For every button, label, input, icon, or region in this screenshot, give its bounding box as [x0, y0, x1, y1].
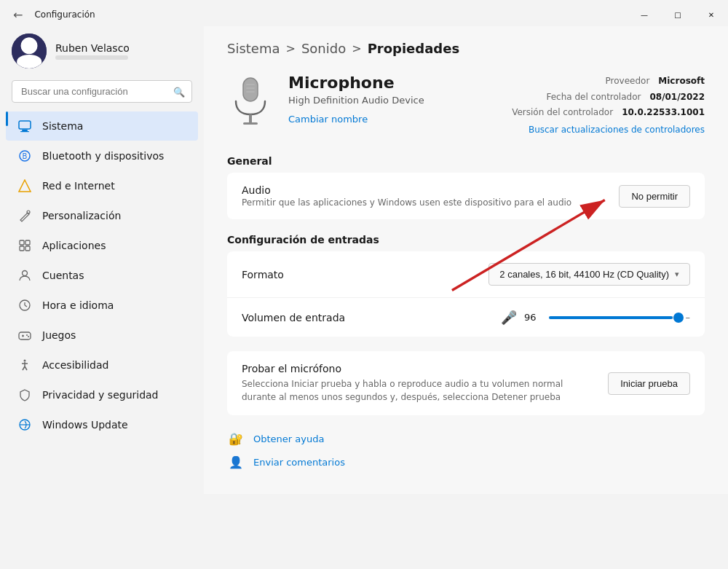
sidebar-label-bluetooth: Bluetooth y dispositivos [42, 150, 164, 162]
audio-label: Audio [242, 184, 619, 196]
sidebar-item-cuentas[interactable]: Cuentas [6, 261, 198, 290]
device-header: Microphone High Definition Audio Device … [227, 74, 705, 138]
nav-sistema-wrapper: Sistema [0, 111, 204, 141]
search-icon: 🔍 [173, 86, 185, 97]
svg-point-19 [28, 336, 29, 337]
svg-line-24 [25, 366, 27, 370]
maximize-button[interactable]: □ [661, 1, 695, 28]
general-card: Audio Permitir que las aplicaciones y Wi… [227, 173, 705, 219]
close-button[interactable]: ✕ [695, 1, 728, 28]
sidebar-label-juegos: Juegos [42, 329, 76, 341]
device-meta: Proveedor Microsoft Fecha del controlado… [512, 74, 705, 138]
svg-rect-27 [243, 78, 258, 101]
sidebar-item-privacidad[interactable]: Privacidad y seguridad [6, 380, 198, 409]
svg-marker-5 [19, 180, 31, 192]
sidebar-item-hora[interactable]: Hora e idioma [6, 291, 198, 320]
volume-number: 96 [524, 312, 542, 323]
juegos-icon [17, 328, 32, 342]
sidebar-label-cuentas: Cuentas [42, 270, 84, 281]
enviar-comentarios-link[interactable]: 👤 Enviar comentarios [227, 453, 705, 471]
privacidad-icon [17, 388, 32, 402]
mic-volume-icon: 🎤 [501, 310, 517, 325]
test-title: Probar el micrófono [242, 363, 591, 374]
chevron-down-icon: ▾ [675, 270, 679, 279]
test-card: Probar el micrófono Selecciona Iniciar p… [227, 351, 705, 415]
svg-rect-7 [20, 240, 24, 245]
svg-point-18 [26, 334, 28, 336]
volume-slider[interactable] [549, 316, 678, 319]
sidebar-label-privacidad: Privacidad y seguridad [42, 389, 159, 401]
svg-rect-28 [249, 114, 252, 123]
app-title: Configuración [34, 9, 95, 20]
cuentas-icon [17, 268, 32, 283]
help-icon: 🔐 [227, 430, 245, 447]
sidebar-item-accesibilidad[interactable]: Accesibilidad [6, 350, 198, 380]
svg-rect-32 [246, 91, 255, 93]
svg-line-23 [23, 366, 25, 370]
device-sub: High Definition Audio Device [288, 95, 497, 106]
no-permitir-button[interactable]: No permitir [619, 185, 690, 208]
device-icon [227, 74, 274, 132]
svg-rect-1 [22, 130, 28, 131]
sidebar-item-personalizacion[interactable]: Personalización [6, 201, 198, 230]
back-button[interactable]: ← [9, 5, 27, 25]
svg-rect-2 [20, 131, 29, 132]
sidebar-label-aplicaciones: Aplicaciones [42, 240, 106, 251]
svg-rect-0 [19, 121, 31, 129]
obtener-ayuda-link[interactable]: 🔐 Obtener ayuda [227, 430, 705, 447]
red-icon [17, 178, 32, 193]
svg-rect-8 [25, 240, 30, 245]
sidebar-label-accesibilidad: Accesibilidad [42, 359, 108, 371]
iniciar-prueba-button[interactable]: Iniciar prueba [608, 372, 690, 395]
search-input[interactable] [12, 80, 192, 103]
sistema-icon [17, 119, 32, 133]
svg-rect-31 [246, 87, 255, 89]
user-section: Ruben Velasco [0, 26, 204, 80]
accesibilidad-icon [17, 358, 32, 372]
sidebar-item-sistema[interactable]: Sistema [6, 111, 198, 141]
sidebar-label-hora: Hora e idioma [42, 299, 114, 311]
sidebar-label-red: Red e Internet [42, 180, 115, 192]
formato-row: Formato 2 canales, 16 bit, 44100 Hz (CD … [227, 251, 705, 298]
update-link[interactable]: Buscar actualizaciones de controladores [512, 122, 705, 138]
device-name: Microphone [288, 74, 497, 92]
main-content: Sistema > Sonido > Propiedades [204, 26, 728, 494]
minimize-button[interactable]: — [628, 1, 661, 28]
audio-desc: Permitir que las aplicaciones y Windows … [242, 197, 619, 208]
hora-icon [17, 298, 32, 313]
svg-point-20 [24, 360, 26, 362]
svg-text:B: B [23, 152, 28, 160]
sidebar-label-sistema: Sistema [42, 120, 83, 132]
sidebar-item-aplicaciones[interactable]: Aplicaciones [6, 231, 198, 260]
bluetooth-icon: B [17, 149, 32, 163]
avatar [12, 34, 47, 68]
user-sub [55, 55, 128, 60]
svg-line-14 [25, 305, 27, 307]
audio-row: Audio Permitir que las aplicaciones y Wi… [227, 173, 705, 219]
volumen-label: Volumen de entrada [242, 312, 501, 323]
svg-rect-10 [25, 246, 30, 251]
breadcrumb: Sistema > Sonido > Propiedades [227, 41, 705, 56]
titlebar: ← Configuración — □ ✕ [0, 0, 728, 26]
entradas-card: Formato 2 canales, 16 bit, 44100 Hz (CD … [227, 251, 705, 337]
general-section-title: General [227, 155, 705, 167]
personalizacion-icon [17, 208, 32, 223]
sidebar-label-personalizacion: Personalización [42, 210, 121, 221]
rename-link[interactable]: Cambiar nombre [288, 114, 368, 125]
sidebar-item-windows[interactable]: Windows Update [6, 410, 198, 439]
svg-point-11 [23, 271, 28, 276]
volumen-row: Volumen de entrada 🎤 96 – [227, 298, 705, 337]
volume-end: – [686, 312, 691, 323]
formato-select[interactable]: 2 canales, 16 bit, 44100 Hz (CD Quality)… [488, 263, 690, 286]
sidebar-item-juegos[interactable]: Juegos [6, 321, 198, 350]
svg-rect-30 [246, 84, 255, 85]
device-info: Microphone High Definition Audio Device … [288, 74, 497, 125]
feedback-icon: 👤 [227, 453, 245, 471]
sidebar-label-windows: Windows Update [42, 419, 128, 431]
sidebar-item-red[interactable]: Red e Internet [6, 171, 198, 200]
help-section: 🔐 Obtener ayuda 👤 Enviar comentarios [227, 430, 705, 471]
test-desc: Selecciona Iniciar prueba y habla o repr… [242, 377, 591, 404]
sidebar-item-bluetooth[interactable]: B Bluetooth y dispositivos [6, 141, 198, 170]
user-name: Ruben Velasco [55, 42, 130, 54]
formato-label: Formato [242, 269, 488, 280]
